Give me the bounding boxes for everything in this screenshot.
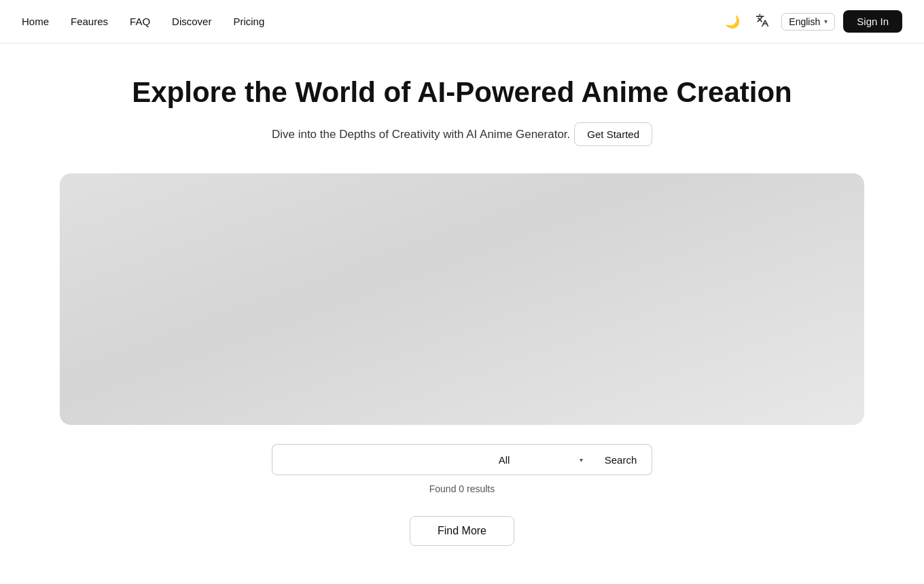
hero-image-area xyxy=(60,173,864,425)
language-selector[interactable]: English 中文 日本語 한국어 ▾ xyxy=(781,13,835,31)
moon-icon: 🌙 xyxy=(725,14,740,29)
hero-title: Explore the World of AI-Powered Anime Cr… xyxy=(22,76,902,109)
header: Home Feaures FAQ Discover Pricing 🌙 xyxy=(0,0,924,44)
nav-features[interactable]: Feaures xyxy=(71,16,108,27)
nav-discover[interactable]: Discover xyxy=(172,16,211,27)
results-count: Found 0 results xyxy=(429,483,495,494)
hero-subtitle-text: Dive into the Depths of Creativity with … xyxy=(272,128,570,141)
hero-section: Explore the World of AI-Powered Anime Cr… xyxy=(0,44,924,162)
nav-pricing[interactable]: Pricing xyxy=(233,16,264,27)
search-section: All Characters Backgrounds Scenes Portra… xyxy=(0,425,924,505)
translate-icon xyxy=(756,14,769,30)
get-started-button[interactable]: Get Started xyxy=(574,122,652,146)
find-more-section: Find More xyxy=(0,505,924,573)
search-row: All Characters Backgrounds Scenes Portra… xyxy=(272,444,653,475)
nav-home[interactable]: Home xyxy=(22,16,49,27)
category-select[interactable]: All Characters Backgrounds Scenes Portra… xyxy=(499,445,569,475)
chevron-down-icon: ▾ xyxy=(824,18,828,25)
main-nav: Home Feaures FAQ Discover Pricing xyxy=(22,16,264,27)
nav-faq[interactable]: FAQ xyxy=(130,16,150,27)
sign-in-button[interactable]: Sign In xyxy=(843,10,902,33)
chevron-down-icon: ▾ xyxy=(580,456,583,464)
search-button[interactable]: Search xyxy=(590,444,653,475)
translate-button[interactable] xyxy=(751,11,773,33)
dark-mode-toggle[interactable]: 🌙 xyxy=(722,11,743,33)
search-input[interactable] xyxy=(272,444,489,475)
find-more-button[interactable]: Find More xyxy=(410,516,514,546)
hero-subtitle-row: Dive into the Depths of Creativity with … xyxy=(22,122,902,146)
language-select[interactable]: English 中文 日本語 한국어 xyxy=(789,16,820,27)
header-actions: 🌙 English 中文 日本語 한국어 ▾ xyxy=(722,10,902,33)
category-selector[interactable]: All Characters Backgrounds Scenes Portra… xyxy=(489,444,590,475)
